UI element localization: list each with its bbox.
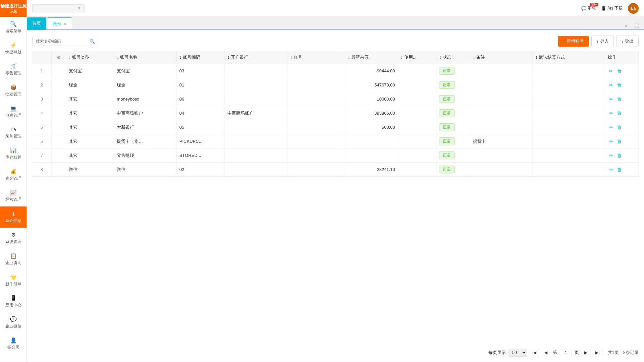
- prev-page-button[interactable]: ◀: [542, 349, 550, 356]
- user-avatar[interactable]: Ea: [628, 3, 639, 14]
- cell-bank: [225, 78, 287, 92]
- delete-button[interactable]: 🗑: [615, 125, 623, 130]
- sidebar-item-appcenter[interactable]: 📱 应用中心: [0, 291, 26, 312]
- new-account-button[interactable]: + 新增账号: [558, 36, 589, 47]
- cell-type: 现金: [66, 78, 114, 92]
- edit-button[interactable]: ✏: [608, 68, 614, 74]
- message-icon: 💬: [581, 6, 586, 11]
- cell-account: [287, 148, 345, 163]
- edit-button[interactable]: ✏: [608, 153, 614, 158]
- col-header-use[interactable]: ↕ 使用...: [398, 51, 436, 64]
- sidebar-item-wholesale[interactable]: 📦 批发管理: [0, 80, 26, 101]
- first-page-button[interactable]: |◀: [530, 349, 539, 356]
- sidebar-item-label: 系统管理: [5, 239, 21, 245]
- edit-button[interactable]: ✏: [608, 125, 614, 130]
- search-icon: 🔍: [90, 39, 95, 44]
- col-header-remark[interactable]: ↕ 备注: [470, 51, 532, 64]
- cell-name: 零售抵现: [114, 148, 176, 163]
- sidebar-item-label: 批发管理: [5, 92, 21, 97]
- cell-status: 正常: [436, 78, 470, 92]
- cell-name: moneybosx: [114, 92, 176, 106]
- delete-button[interactable]: 🗑: [615, 111, 623, 116]
- cell-status: 正常: [436, 120, 470, 134]
- tab-close-icon[interactable]: ✕: [63, 22, 66, 26]
- sidebar-item-inventory[interactable]: 📊 库存核算: [0, 143, 26, 164]
- page-label2: 页: [575, 350, 579, 356]
- col-header-status[interactable]: ↕ 状态: [436, 51, 470, 64]
- search-wrap[interactable]: 🔍: [32, 37, 99, 46]
- next-page-button[interactable]: ▶: [582, 349, 590, 356]
- cell-no: 2: [32, 78, 51, 92]
- sidebar-item-member[interactable]: 👤 畅会员: [0, 333, 26, 354]
- table-row: 5 其它 大新银行 05 500.00 正常 ✏ 🗑: [32, 120, 639, 134]
- sidebar-item-enterprise[interactable]: 📋 企业协同: [0, 249, 26, 270]
- col-header-name[interactable]: ↕ 账号名称: [114, 51, 176, 64]
- gear-icon[interactable]: ⚙: [57, 55, 61, 60]
- toolbar-right: + 新增账号 ↑ 导入 ↓ 导出: [558, 36, 639, 47]
- sidebar-item-system[interactable]: ⚙ 系统管理: [0, 228, 26, 249]
- window-maximize-btn[interactable]: ⛶: [632, 22, 641, 29]
- export-label: 导出: [625, 38, 634, 44]
- cell-action: ✏ 🗑: [605, 78, 639, 92]
- delete-button[interactable]: 🗑: [615, 97, 623, 102]
- tab-account[interactable]: 账号 ✕: [47, 17, 72, 29]
- sidebar-item-wechat[interactable]: 💬 企业微信: [0, 312, 26, 333]
- sidebar-item-basic[interactable]: ℹ 基础信息: [0, 206, 26, 228]
- cell-gear: [51, 78, 66, 92]
- delete-button[interactable]: 🗑: [615, 167, 623, 172]
- sidebar-item-retail[interactable]: 🛒 零售管理: [0, 59, 26, 80]
- edit-button[interactable]: ✏: [608, 82, 614, 88]
- col-header-bank[interactable]: ↕ 开户银行: [225, 51, 287, 64]
- search-input[interactable]: [36, 39, 90, 44]
- col-header-balance[interactable]: ↕ 最新余额: [345, 51, 398, 64]
- col-header-code[interactable]: ↕ 账号编码: [176, 51, 224, 64]
- delete-button[interactable]: 🗑: [615, 82, 623, 88]
- cell-type: 支付宝: [66, 64, 114, 78]
- wholesale-icon: 📦: [10, 84, 17, 90]
- col-header-type[interactable]: ↕ 账号类型: [66, 51, 114, 64]
- sidebar-item-ecommerce[interactable]: 💻 电商管理: [0, 101, 26, 122]
- table-row: 1 支付宝 支付宝 03 -90444.00 正常 ✏ 🗑: [32, 64, 639, 78]
- page-size-select[interactable]: 50 100 200: [508, 349, 527, 357]
- edit-button[interactable]: ✏: [608, 167, 614, 172]
- sidebar-item-operation[interactable]: 📈 经营管理: [0, 185, 26, 206]
- cell-type: 其它: [66, 134, 114, 148]
- cell-no: 4: [32, 106, 51, 120]
- cell-code: PICKUPC...: [176, 134, 224, 148]
- tab-home[interactable]: 首页: [27, 17, 46, 29]
- sidebar-item-newguide[interactable]: 🌟 新手引导: [0, 270, 26, 291]
- col-header-gear[interactable]: ⚙: [51, 51, 66, 64]
- sidebar-item-purchase[interactable]: 🛍 采购管理: [0, 122, 26, 143]
- cell-name: 支付宝: [114, 64, 176, 78]
- delete-button[interactable]: 🗑: [615, 139, 623, 144]
- edit-button[interactable]: ✏: [608, 97, 614, 102]
- cell-account: [287, 64, 345, 78]
- import-button[interactable]: ↑ 导入: [591, 36, 614, 47]
- header-search-input[interactable]: [36, 6, 76, 11]
- window-close-btn[interactable]: ✕: [622, 22, 631, 29]
- delete-button[interactable]: 🗑: [615, 153, 623, 158]
- cell-type: 其它: [66, 148, 114, 163]
- edit-button[interactable]: ✏: [608, 111, 614, 116]
- col-header-settle[interactable]: ↕ 默认结算方式: [533, 51, 605, 64]
- account-tab-label: 账号: [53, 21, 61, 27]
- main-area: ▼ 💬 消息 99+ 📱 App下载 Ea 首页 账号 ✕: [27, 0, 644, 362]
- sidebar-item-search[interactable]: 🔍 搜索菜单: [0, 17, 26, 38]
- sidebar-item-fund[interactable]: 💰 资金管理: [0, 164, 26, 185]
- page-input[interactable]: [560, 349, 572, 356]
- cell-settle: [533, 78, 605, 92]
- sidebar-item-shortcut[interactable]: ⚡ 快捷导航: [0, 38, 26, 59]
- edit-button[interactable]: ✏: [608, 139, 614, 144]
- header-search[interactable]: ▼: [32, 4, 85, 12]
- table-row: 8 微信 微信 02 28241.10 正常 ✏ 🗑: [32, 163, 639, 177]
- ecommerce-icon: 💻: [10, 105, 17, 112]
- message-button[interactable]: 💬 消息 99+: [581, 5, 596, 11]
- export-button[interactable]: ↓ 导出: [616, 36, 639, 47]
- app-download-button[interactable]: 📱 App下载: [601, 5, 623, 11]
- last-page-button[interactable]: ▶|: [593, 349, 602, 356]
- cell-gear: [51, 64, 66, 78]
- delete-button[interactable]: 🗑: [615, 68, 623, 74]
- table-row: 6 其它 提货卡（零… PICKUPC... 正常 提货卡 ✏ 🗑: [32, 134, 639, 148]
- col-header-account[interactable]: ↕ 账号: [287, 51, 345, 64]
- cell-no: 5: [32, 120, 51, 134]
